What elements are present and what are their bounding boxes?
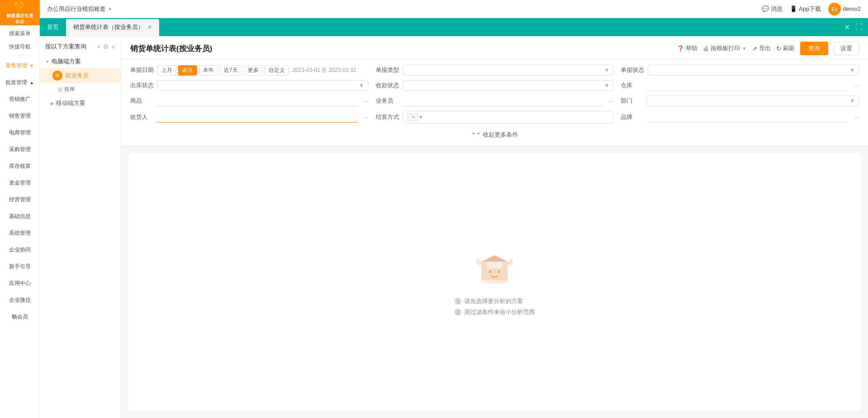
download-icon: 📱 (790, 5, 797, 12)
chevron-down-icon: ▼ (29, 63, 34, 68)
tab-close-icon[interactable]: ✕ (147, 24, 152, 30)
order-type-select[interactable]: ▼ (403, 65, 614, 76)
svg-marker-2 (481, 255, 508, 261)
tab-sales-stats[interactable]: 销货单统计表（按业务员） ✕ (66, 19, 159, 37)
settlement-label: 结算方式 (376, 113, 399, 121)
add-scheme-icon[interactable]: + (97, 43, 100, 50)
salesperson-label: 业务员 (376, 97, 398, 105)
scheme-icon: 按 (52, 71, 62, 81)
tip-num-1: 1 (454, 298, 462, 305)
warehouse-input[interactable] (647, 80, 848, 91)
this-month-btn[interactable]: 本月 (178, 65, 197, 76)
avatar: Ea (828, 3, 841, 15)
product-more-icon[interactable]: ··· (363, 97, 368, 104)
sidebar-item-member[interactable]: 畅会员 (0, 309, 39, 325)
settlement-tag-close-icon[interactable]: × (412, 114, 415, 120)
print-button[interactable]: 🖨 按模板打印 ▼ (703, 44, 747, 52)
tab-home[interactable]: 首页 (40, 18, 66, 36)
this-year-btn[interactable]: 本年 (199, 65, 218, 76)
settings-scheme-icon[interactable]: ⚙ (103, 43, 109, 50)
app-download-button[interactable]: 📱 App下载 (790, 5, 821, 13)
tree-item-by-salesperson[interactable]: 按 按业务员 (40, 68, 121, 83)
department-select[interactable]: ▼ (647, 95, 859, 106)
collapse-button[interactable]: ⌃⌃ 收起更多条件 (130, 128, 859, 140)
warehouse-label: 仓库 (621, 81, 643, 90)
warehouse-more-icon[interactable]: ··· (854, 82, 859, 89)
tree-mobile-header[interactable]: ▶ 移动端方案 (51, 99, 115, 107)
sidebar-item-newbie[interactable]: 新手引导 (0, 258, 39, 275)
chevron-up-icon: ⌃⌃ (471, 132, 481, 138)
chevron-down-icon: ▼ (604, 67, 609, 73)
tab-maximize-icon[interactable]: ⛶ (854, 23, 864, 31)
collapse-panel-icon[interactable]: « (112, 43, 115, 50)
order-status-select[interactable]: ▼ (648, 65, 859, 76)
quick-nav-item[interactable]: 快捷导航 (0, 40, 39, 53)
sidebar-item-retail[interactable]: 零售管理 ▼ (0, 57, 39, 74)
chevron-down-icon: ▼ (849, 67, 855, 73)
tree-mobile-arrow-icon: ▶ (51, 101, 54, 106)
brand-label: 品牌 (621, 113, 643, 121)
tree-sub-item-by-order[interactable]: ⊞ 按单 (40, 83, 121, 95)
sidebar-item-operations[interactable]: 经营管理 (0, 191, 39, 208)
payment-status-label: 收款状态 (376, 81, 399, 90)
date-range: 2023-03-01 至 2023-03-31 (292, 66, 356, 74)
sidebar-item-wechat[interactable]: 企业微信 (0, 292, 39, 309)
sidebar-item-system[interactable]: 系统管理 (0, 225, 39, 242)
topbar: 办公用品行业模拟账套 ▼ 💬 消息 📱 App下载 Ea demo2 (40, 0, 868, 18)
chevron-down-icon: ▼ (849, 98, 855, 104)
sidebar-item-purchase[interactable]: 采购管理 (0, 141, 39, 158)
sidebar-item-marketing[interactable]: 营销推广 (0, 91, 39, 108)
search-menu-item[interactable]: 搜索菜单 (0, 25, 39, 40)
tip-num-2: 2 (454, 309, 462, 316)
salesperson-more-icon[interactable]: ··· (609, 97, 614, 104)
last-month-btn[interactable]: 上月 (157, 65, 176, 76)
refresh-button[interactable]: ↻ 刷新 (776, 44, 795, 52)
settings-button[interactable]: 设置 (834, 42, 859, 55)
custom-btn[interactable]: 自定义 (264, 65, 289, 76)
topbar-left: 办公用品行业模拟账套 ▼ (47, 5, 113, 13)
payment-status-select[interactable]: ▼ (403, 80, 614, 91)
logo-icon: 🧡 (14, 0, 26, 12)
date-label: 单据日期 (130, 66, 154, 74)
page-title: 销货单统计表(按业务员) (130, 43, 212, 54)
brand-more-icon[interactable]: ··· (854, 114, 859, 121)
settlement-select[interactable]: × ▼ (403, 111, 614, 124)
account-name: 办公用品行业模拟账套 (47, 5, 106, 13)
ship-status-label: 出库状态 (130, 81, 154, 90)
product-input[interactable] (156, 95, 358, 106)
sidebar-item-apps[interactable]: 应用中心 (0, 275, 39, 292)
logo-text: 畅捷通好生意 (6, 13, 33, 19)
export-button[interactable]: ↗ 导出 (752, 44, 771, 52)
export-icon: ↗ (752, 45, 757, 52)
sidebar-item-sales[interactable]: 销售管理 (0, 108, 39, 124)
help-button[interactable]: ❓ 帮助 (677, 44, 698, 52)
app-logo[interactable]: 🧡 畅捷通好生意 标版 (0, 0, 40, 25)
sub-scheme-icon: ⊞ (58, 86, 62, 93)
sidebar-item-wholesale[interactable]: 批发管理 ▲ (0, 74, 39, 91)
consignee-input[interactable] (156, 112, 358, 123)
tree-group-pc-header[interactable]: ▼ 电脑端方案 (40, 55, 121, 68)
sidebar-item-finance[interactable]: 资金管理 (0, 175, 39, 191)
account-dropdown[interactable]: 办公用品行业模拟账套 ▼ (47, 5, 113, 13)
ship-status-select[interactable]: ▼ (157, 80, 368, 91)
more-btn[interactable]: 更多 (244, 65, 263, 76)
chevron-down-icon: ▼ (359, 82, 364, 89)
last7-btn[interactable]: 近7天 (220, 65, 242, 76)
user-menu[interactable]: Ea demo2 (828, 3, 861, 15)
tab-close-all-icon[interactable]: ✕ (842, 23, 852, 32)
sidebar-item-inventory[interactable]: 库存核算 (0, 158, 39, 175)
query-button[interactable]: 查询 (800, 42, 828, 55)
filter-salesperson-item: 业务员 ··· (376, 95, 614, 106)
svg-point-4 (489, 271, 491, 273)
consignee-more-icon[interactable]: ··· (363, 114, 368, 121)
salesperson-input[interactable] (402, 95, 603, 106)
sidebar-item-basic[interactable]: 基础信息 (0, 208, 39, 225)
filter-product-item: 商品 ··· (130, 95, 368, 106)
message-button[interactable]: 💬 消息 (762, 5, 783, 13)
filter-warehouse-item: 仓库 ··· (621, 80, 859, 91)
sidebar-item-enterprise[interactable]: 企业协同 (0, 242, 39, 258)
sidebar-item-ecommerce[interactable]: 电商管理 (0, 124, 39, 141)
brand-input[interactable] (647, 112, 848, 123)
product-label: 商品 (130, 97, 153, 105)
filter-consignee-item: 收货人 ··· (130, 112, 368, 123)
